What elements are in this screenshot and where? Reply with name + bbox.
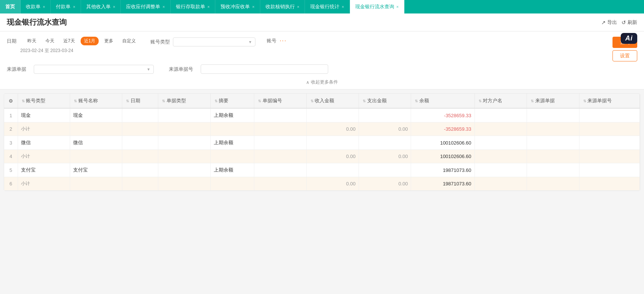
cell-counterparty	[474, 163, 527, 177]
cell-source-doc	[527, 136, 579, 150]
close-icon[interactable]: ×	[73, 4, 75, 9]
account-label: 账号	[267, 37, 276, 44]
cell-doc-no	[254, 122, 306, 136]
cell-account-type: 小计	[18, 150, 70, 163]
col-summary[interactable]: ⇅ 摘要	[210, 94, 254, 108]
nav-tab-shoukuandan[interactable]: 收款单 ×	[21, 0, 51, 13]
sort-icon: ⇅	[479, 99, 482, 103]
export-button[interactable]: ↗ 导出	[601, 19, 617, 26]
col-gear[interactable]: ⚙	[4, 94, 18, 108]
cell-balance: 19871073.60	[411, 177, 474, 191]
filter-area: 日期 昨天 今天 近7天 近1月 更多 自定义 2023-02-24 至 202…	[0, 31, 644, 90]
date-custom-btn[interactable]: 自定义	[119, 37, 139, 45]
col-source-doc-no[interactable]: ⇅ 来源单据号	[579, 94, 639, 108]
cell-balance: 100102606.60	[411, 150, 474, 163]
account-type-select[interactable]: ▾	[173, 37, 255, 46]
cell-income	[306, 108, 359, 122]
gear-icon[interactable]: ⚙	[9, 98, 13, 104]
date-1month-btn[interactable]: 近1月	[81, 37, 99, 45]
cell-source-doc-no	[579, 136, 639, 150]
nav-tab-tongji[interactable]: 现金银行统计 ×	[305, 0, 350, 13]
sort-icon: ⇅	[415, 99, 418, 103]
nav-tab-qitashouru[interactable]: 其他收入单 ×	[81, 0, 121, 13]
close-icon[interactable]: ×	[113, 4, 115, 9]
cell-doc-type	[158, 163, 210, 177]
col-account-name[interactable]: ⇅ 账号名称	[70, 94, 122, 108]
close-icon[interactable]: ×	[43, 4, 45, 9]
source-doc-no-label: 来源单据号	[169, 66, 193, 73]
sort-icon: ⇅	[583, 99, 586, 103]
col-expense[interactable]: ⇅ 支出金额	[359, 94, 411, 108]
source-doc-no-input[interactable]	[201, 64, 328, 74]
cell-expense	[359, 163, 411, 177]
cell-account-name	[70, 177, 122, 191]
cell-doc-type	[158, 136, 210, 150]
source-doc-select[interactable]: ▾	[34, 65, 154, 74]
settings-button[interactable]: 设置	[612, 50, 637, 61]
cell-account-type: 支付宝	[18, 163, 70, 177]
collapse-button[interactable]: ∧ 收起更多条件	[306, 79, 338, 85]
nav-home[interactable]: 首页	[0, 0, 21, 13]
close-icon[interactable]: ×	[396, 4, 399, 9]
cell-date	[122, 136, 158, 150]
col-account-type[interactable]: ⇅ 账号类型	[18, 94, 70, 108]
cell-balance: 100102606.60	[411, 136, 474, 150]
refresh-button[interactable]: ↺ 刷新	[621, 19, 637, 26]
nav-tab-liushui[interactable]: 现金银行流水查询 ×	[350, 0, 404, 13]
cell-source-doc-no	[579, 150, 639, 163]
nav-tab-yushou[interactable]: 预收冲应收单 ×	[215, 0, 260, 13]
date-7days-btn[interactable]: 近7天	[60, 37, 78, 45]
row-number: 2	[4, 122, 18, 136]
cell-doc-type	[158, 150, 210, 163]
cell-account-name: 现金	[70, 108, 122, 122]
cell-account-type: 小计	[18, 177, 70, 191]
close-icon[interactable]: ×	[207, 4, 210, 9]
col-counterparty[interactable]: ⇅ 对方户名	[474, 94, 527, 108]
table-row: 3 微信 微信 上期余额 100102606.60	[4, 136, 640, 150]
collapse-icon: ∧	[306, 80, 309, 85]
account-dots[interactable]: ···	[279, 37, 287, 44]
table-row: 5 支付宝 支付宝 上期余额 19871073.60	[4, 163, 640, 177]
cell-income: 0.00	[306, 177, 359, 191]
cell-income	[306, 136, 359, 150]
cell-expense: 0.00	[359, 150, 411, 163]
cell-source-doc	[527, 150, 579, 163]
ai-badge[interactable]: Ai	[621, 33, 637, 44]
date-filter-label: 日期	[7, 38, 17, 45]
nav-tab-yinhang[interactable]: 银行存取款单 ×	[171, 0, 215, 13]
cell-counterparty	[474, 177, 527, 191]
col-income[interactable]: ⇅ 收入金额	[306, 94, 359, 108]
sort-icon: ⇅	[162, 99, 165, 103]
cell-source-doc	[527, 108, 579, 122]
cell-doc-no	[254, 150, 306, 163]
col-date[interactable]: ⇅ 日期	[122, 94, 158, 108]
date-yesterday-btn[interactable]: 昨天	[24, 37, 40, 45]
col-doc-no[interactable]: ⇅ 单据编号	[254, 94, 306, 108]
sort-icon: ⇅	[22, 99, 25, 103]
col-doc-type[interactable]: ⇅ 单据类型	[158, 94, 210, 108]
col-balance[interactable]: ⇅ 余额	[411, 94, 474, 108]
date-today-btn[interactable]: 今天	[42, 37, 58, 45]
close-icon[interactable]: ×	[297, 4, 299, 9]
cell-source-doc	[527, 163, 579, 177]
sort-icon: ⇅	[215, 99, 218, 103]
nav-tab-yingshou[interactable]: 应收应付调整单 ×	[121, 0, 170, 13]
cell-source-doc-no	[579, 177, 639, 191]
cell-date	[122, 163, 158, 177]
close-icon[interactable]: ×	[342, 4, 344, 9]
date-shortcuts: 昨天 今天 近7天 近1月 更多 自定义	[24, 37, 139, 45]
cell-account-name	[70, 150, 122, 163]
col-source-doc[interactable]: ⇅ 来源单据	[527, 94, 579, 108]
cell-account-name: 支付宝	[70, 163, 122, 177]
cell-doc-type	[158, 108, 210, 122]
nav-tab-fukuandan[interactable]: 付款单 ×	[51, 0, 81, 13]
sort-icon: ⇅	[258, 99, 261, 103]
date-more-btn[interactable]: 更多	[101, 37, 117, 45]
close-icon[interactable]: ×	[252, 4, 254, 9]
cell-source-doc	[527, 122, 579, 136]
cell-summary	[210, 177, 254, 191]
header-actions: ↗ 导出 ↺ 刷新	[601, 19, 637, 26]
close-icon[interactable]: ×	[162, 4, 165, 9]
nav-tab-shoukuanhexiao[interactable]: 收款核销执行 ×	[260, 0, 305, 13]
cell-summary	[210, 122, 254, 136]
